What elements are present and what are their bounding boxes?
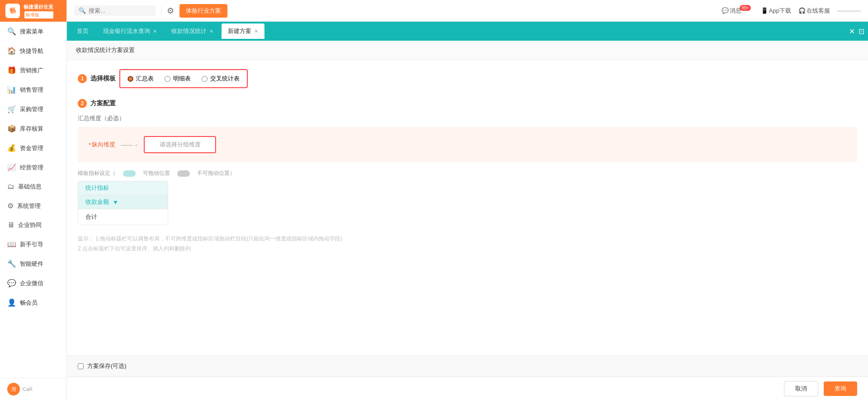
sidebar-item-label: 畅会员 xyxy=(20,299,38,307)
sidebar-item-enterprise[interactable]: 🖥 企业协同 xyxy=(0,216,66,235)
metrics-column-header[interactable]: 收款金额 ▼ xyxy=(78,195,168,209)
sidebar-item-label: 营销推广 xyxy=(20,66,43,75)
radio-cross-label: 交叉统计表 xyxy=(210,75,240,83)
query-button[interactable]: 查询 xyxy=(824,381,857,396)
metrics-column-dropdown-icon[interactable]: ▼ xyxy=(113,199,118,206)
tab-new-plan[interactable]: 新建方案 ✕ xyxy=(222,24,264,39)
tab-bank-label: 现金银行流水查询 xyxy=(103,27,150,35)
tip-1: 提示： 1.拖动标题栏可以调整布局，不可跨维度或指标区域拖动栏目段(只能在同一维… xyxy=(78,234,857,244)
sidebar-bottom: 用 CaR xyxy=(0,378,66,400)
vertical-dim-label: 纵向维度 xyxy=(89,141,115,149)
logo-name: 畅捷通好生意 xyxy=(24,4,53,10)
tab-collection-close[interactable]: ✕ xyxy=(209,28,213,34)
template-options: 汇总表 明细表 交叉统计表 xyxy=(119,69,248,88)
logo-badge: 标准版 xyxy=(24,11,53,19)
purchase-icon: 🛒 xyxy=(7,105,16,113)
sidebar-logo: 畅 畅捷通好生意 标准版 xyxy=(0,0,66,22)
tab-collection-label: 收款情况统计 xyxy=(171,27,207,35)
dimension-select[interactable]: 请选择分组维度 xyxy=(144,136,216,153)
tip-2: 2.点击标题栏下拉可设置排序、插入列和删除列 xyxy=(78,244,857,254)
sidebar-item-search-menu[interactable]: 🔍 搜索菜单 xyxy=(0,22,66,41)
radio-summary-label: 汇总表 xyxy=(136,75,154,83)
dim-placeholder: 请选择分组维度 xyxy=(160,141,201,149)
window-close-icon[interactable]: ✕ xyxy=(849,27,855,36)
sidebar-item-sales[interactable]: 📊 销售管理 xyxy=(0,80,66,99)
form-body: 1 选择模板 汇总表 明细表 交叉统计表 xyxy=(67,60,868,355)
system-icon: ⚙ xyxy=(7,202,14,210)
radio-summary-input[interactable] xyxy=(127,76,133,82)
wechat-icon: 💬 xyxy=(7,279,16,287)
radio-detail-input[interactable] xyxy=(165,76,170,82)
topbar-right: 💬 消息 99+ 📱 App下载 🎧 在线客服 ———— xyxy=(722,7,861,15)
metrics-total-cell: 合计 xyxy=(78,209,168,225)
save-checkbox[interactable] xyxy=(78,363,84,369)
radio-cross-input[interactable] xyxy=(202,76,208,82)
sidebar-item-label: 资金管理 xyxy=(20,144,43,152)
bell-icon: 💬 xyxy=(722,7,729,14)
tab-new-plan-close[interactable]: ✕ xyxy=(254,28,258,34)
step2-section: 2 方案配置 汇总维度（必选） 纵向维度 ——→ xyxy=(78,99,857,254)
step2-header: 2 方案配置 xyxy=(78,99,857,108)
search-menu-icon: 🔍 xyxy=(7,27,16,36)
sidebar-item-quick-nav[interactable]: 🏠 快捷导航 xyxy=(0,41,66,61)
topbar-search-box[interactable]: 🔍 xyxy=(74,5,156,16)
user-name: CaR xyxy=(23,386,33,392)
download-icon: 📱 xyxy=(761,7,768,14)
config-section: 汇总维度（必选） 纵向维度 ——→ 请选择分组维度 xyxy=(78,114,857,254)
sidebar-item-operation[interactable]: 📈 经营管理 xyxy=(0,158,66,177)
tab-bar: 首页 现金银行流水查询 ✕ 收款情况统计 ✕ 新建方案 ✕ ✕ ⊡ xyxy=(67,22,868,41)
industry-btn[interactable]: 体验行业方案 xyxy=(179,4,227,18)
tab-bank[interactable]: 现金银行流水查询 ✕ xyxy=(97,24,163,39)
step2-num: 2 xyxy=(78,99,87,108)
sidebar-item-purchase[interactable]: 🛒 采购管理 xyxy=(0,99,66,119)
radio-summary[interactable]: 汇总表 xyxy=(127,75,154,83)
download-item[interactable]: 📱 App下载 xyxy=(761,7,791,15)
fixed-hint-label: 不可拖动位置） xyxy=(197,169,235,177)
search-icon: 🔍 xyxy=(79,7,86,14)
home-icon: 🏠 xyxy=(7,47,16,55)
tabs-right-actions: ✕ ⊡ xyxy=(849,27,864,36)
topbar-divider xyxy=(161,6,161,15)
step2-label: 方案配置 xyxy=(90,99,116,108)
radio-cross[interactable]: 交叉统计表 xyxy=(202,75,240,83)
cancel-button[interactable]: 取消 xyxy=(784,381,818,396)
dimension-row: 纵向维度 ——→ 请选择分组维度 xyxy=(89,136,846,153)
sidebar-item-finance[interactable]: 💰 资金管理 xyxy=(0,138,66,158)
headset-icon: 🎧 xyxy=(798,7,806,14)
notification-item[interactable]: 💬 消息 99+ xyxy=(722,7,754,15)
sidebar-item-inventory[interactable]: 📦 库存核算 xyxy=(0,119,66,138)
user-info: ———— xyxy=(837,7,861,14)
sidebar-item-marketing[interactable]: 🎁 营销推广 xyxy=(0,61,66,80)
tab-home-label: 首页 xyxy=(77,27,89,35)
sidebar-item-basic-info[interactable]: 🗂 基础信息 xyxy=(0,177,66,196)
movable-toggle-icon xyxy=(123,170,136,177)
service-item[interactable]: 🎧 在线客服 xyxy=(798,7,830,15)
sidebar-item-label: 智能硬件 xyxy=(20,260,43,268)
tips-section: 提示： 1.拖动标题栏可以调整布局，不可跨维度或指标区域拖动栏目段(只能在同一维… xyxy=(78,234,857,254)
sidebar-item-guide[interactable]: 📖 新手引导 xyxy=(0,235,66,254)
search-input[interactable] xyxy=(89,7,143,14)
sidebar-item-label: 基础信息 xyxy=(18,183,42,191)
tab-bank-close[interactable]: ✕ xyxy=(153,28,157,34)
dimension-area: 纵向维度 ——→ 请选择分组维度 xyxy=(78,127,857,162)
fixed-toggle-icon xyxy=(177,170,190,177)
radio-detail[interactable]: 明细表 xyxy=(165,75,191,83)
sidebar-item-member[interactable]: 👤 畅会员 xyxy=(0,293,66,312)
sidebar-item-label: 企业协同 xyxy=(18,221,42,229)
finance-icon: 💰 xyxy=(7,144,16,152)
sidebar-item-label: 系统管理 xyxy=(17,202,41,210)
sidebar-item-label: 快捷导航 xyxy=(20,47,43,55)
gear-icon[interactable]: ⚙ xyxy=(167,6,174,16)
basic-info-icon: 🗂 xyxy=(7,183,14,191)
tab-new-plan-label: 新建方案 xyxy=(228,27,251,35)
main-area: 🔍 ⚙ 体验行业方案 💬 消息 99+ 📱 App下载 🎧 在线客服 ———— xyxy=(67,0,868,400)
topbar: 🔍 ⚙ 体验行业方案 💬 消息 99+ 📱 App下载 🎧 在线客服 ———— xyxy=(67,0,868,22)
sidebar-item-label: 企业微信 xyxy=(20,279,43,287)
sidebar-item-hardware[interactable]: 🔧 智能硬件 xyxy=(0,254,66,273)
sidebar-item-system[interactable]: ⚙ 系统管理 xyxy=(0,196,66,216)
window-maximize-icon[interactable]: ⊡ xyxy=(859,27,864,36)
sidebar-item-wechat[interactable]: 💬 企业微信 xyxy=(0,273,66,293)
tab-home[interactable]: 首页 xyxy=(71,24,95,39)
inventory-icon: 📦 xyxy=(7,124,16,133)
tab-collection[interactable]: 收款情况统计 ✕ xyxy=(165,24,220,39)
